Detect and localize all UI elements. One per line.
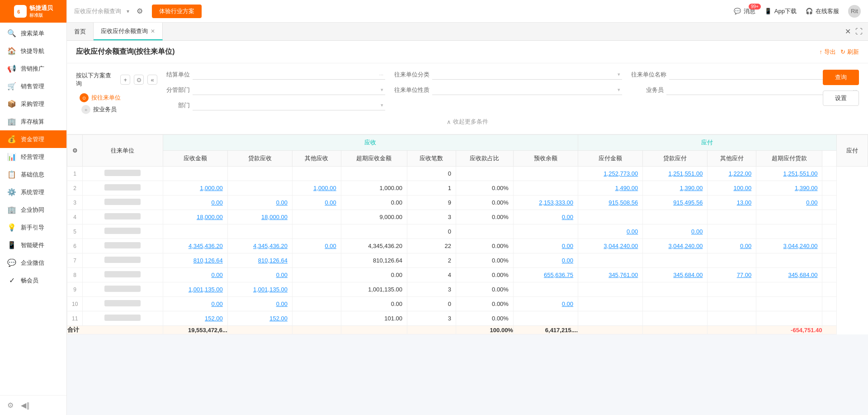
sidebar-item-sales[interactable]: 🛒 销售管理	[0, 77, 66, 95]
row-ar-advance	[513, 167, 578, 181]
tab-home[interactable]: 首页	[67, 23, 94, 40]
settings-button[interactable]: 设置	[823, 91, 859, 106]
app-logo: 6 畅捷通贝 标准版	[0, 0, 66, 23]
row-partner	[83, 297, 163, 311]
sidebar-label-system: 系统管理	[21, 188, 44, 196]
sidebar: 6 畅捷通贝 标准版 🔍 搜索菜单 🏠 快捷导航 📢 营销推广 🛒 销售管理 📦…	[0, 0, 67, 415]
row-num: 11	[67, 311, 83, 326]
tab-close-icon[interactable]: ✕	[151, 28, 155, 34]
sidebar-settings-icon[interactable]: ⚙	[7, 401, 14, 410]
row-ar-count: 0	[407, 224, 456, 239]
footer-ar-overdue	[341, 326, 407, 334]
query-button[interactable]: 查询	[823, 70, 859, 85]
col-ar-amount: 应收金额	[163, 151, 227, 167]
row-ar-amount: 18,000.00	[163, 210, 227, 224]
managed-dept-input[interactable]	[194, 86, 379, 93]
collapse-more-label: 收起更多条件	[453, 118, 488, 126]
sidebar-item-operations[interactable]: 📊 经营管理	[0, 148, 66, 166]
col-ar-count: 应收笔数	[407, 151, 456, 167]
row-ap-loan	[643, 210, 708, 224]
row-ar-amount: 152.00	[163, 311, 227, 326]
row-ar-ratio: 0.00%	[456, 297, 513, 311]
filter-input-partner-category[interactable]: ▾	[432, 70, 622, 80]
header-msg[interactable]: 💬 消息 99+	[734, 7, 755, 15]
partner-category-arrow[interactable]: ▾	[618, 72, 620, 77]
row-ap-loan	[643, 282, 708, 297]
managed-dept-arrow[interactable]: ▾	[381, 87, 383, 93]
row-ap-extra	[822, 224, 836, 239]
dept-input[interactable]	[194, 102, 379, 109]
filter-collapse-button[interactable]: «	[147, 75, 157, 85]
header-user[interactable]: Rit	[848, 5, 861, 18]
sidebar-item-enterprise[interactable]: 🏢 企业协同	[0, 201, 66, 219]
row-ar-overdue: 810,126.64	[341, 253, 407, 268]
col-ap-other: 其他应付	[708, 151, 756, 167]
sidebar-item-inventory[interactable]: 🏢 库存核算	[0, 113, 66, 130]
filter-option-partner-label: 按往来单位	[91, 94, 121, 102]
partner-nature-input[interactable]	[434, 86, 616, 93]
row-partner	[83, 210, 163, 224]
row-ap-extra	[822, 181, 836, 196]
partner-nature-arrow[interactable]: ▾	[618, 87, 620, 93]
table-area: ⚙ 往来单位 应收 应付 应付 应收金额 贷款应收 其他应收 超期应收金额 应收…	[67, 134, 868, 334]
sidebar-item-search[interactable]: 🔍 搜索菜单	[0, 24, 66, 42]
partner-category-input[interactable]	[434, 71, 616, 78]
col-settings[interactable]: ⚙	[67, 135, 83, 167]
settlement-input[interactable]	[194, 71, 377, 78]
filter-left: 按以下方案查询 + ⊙ « ⊙ 按往来单位 ○ 按业务员	[76, 70, 157, 114]
footer-ap-overdue: -654,751.40	[756, 326, 822, 334]
filter-option-partner[interactable]: ⊙ 按往来单位	[80, 93, 157, 102]
sidebar-collapse-icon[interactable]: ◀‖	[21, 401, 30, 410]
sidebar-label-wechat: 企业微信	[21, 259, 44, 267]
filter-add-button[interactable]: +	[120, 75, 130, 85]
sidebar-item-quick-nav[interactable]: 🏠 快捷导航	[0, 42, 66, 60]
filter-input-settlement[interactable]: ···	[193, 70, 385, 80]
filter-option-salesperson[interactable]: ○ 按业务员	[81, 105, 157, 114]
row-ar-advance: 0.00	[513, 253, 578, 268]
header-settings-icon[interactable]: ⚙	[137, 7, 143, 15]
header-online-service[interactable]: 🎧 在线客服	[806, 7, 839, 15]
filter-input-partner-nature[interactable]: ▾	[432, 85, 622, 95]
export-button[interactable]: ↑ 导出	[820, 48, 836, 56]
sidebar-item-wechat[interactable]: 💬 企业微信	[0, 254, 66, 272]
filter-label-partner-name: 往来单位名称	[631, 71, 666, 79]
footer-ap-amount	[578, 326, 643, 334]
row-ap-other	[708, 311, 756, 326]
filter-option-salesperson-label: 按业务员	[93, 105, 117, 114]
sidebar-item-system[interactable]: ⚙️ 系统管理	[0, 183, 66, 201]
tab-ar-ap[interactable]: 应收应付余额查询 ✕	[94, 23, 163, 40]
row-ar-overdue: 1,001,135.00	[341, 282, 407, 297]
refresh-button[interactable]: ↻ 刷新	[840, 48, 859, 56]
sidebar-item-marketing[interactable]: 📢 营销推广	[0, 60, 66, 77]
sidebar-item-basic-info[interactable]: 📋 基础信息	[0, 166, 66, 183]
row-partner	[83, 253, 163, 268]
tab-close-window-icon[interactable]: ✕	[845, 27, 851, 36]
row-ar-amount	[163, 167, 227, 181]
header-app-download[interactable]: 📱 App下载	[764, 7, 797, 15]
filter-input-dept[interactable]: ▾	[193, 100, 385, 110]
sidebar-item-finance[interactable]: 💰 资金管理	[0, 130, 66, 148]
filter-collapse-more[interactable]: ∧ 收起更多条件	[76, 114, 859, 129]
filter-input-managed-dept[interactable]: ▾	[193, 85, 385, 95]
sidebar-item-guide[interactable]: 💡 新手引导	[0, 219, 66, 236]
row-ar-other	[292, 297, 341, 311]
row-ar-ratio: 0.00%	[456, 181, 513, 196]
promo-button[interactable]: 体验行业方案	[152, 5, 202, 18]
table-row: 1 0 1,252,773.00 1,251,551.00 1,222.00 1…	[67, 167, 868, 181]
row-num: 2	[67, 181, 83, 196]
row-partner	[83, 268, 163, 282]
sidebar-label-basic-info: 基础信息	[21, 171, 44, 179]
row-ar-count: 2	[407, 253, 456, 268]
filter-scheme-button[interactable]: ⊙	[134, 75, 144, 85]
page-title: 应收应付余额查询(按往来单位)	[76, 47, 175, 57]
home-icon: 🏠	[7, 47, 16, 55]
sidebar-item-member[interactable]: ✓ 畅会员	[0, 272, 66, 289]
dept-arrow[interactable]: ▾	[381, 102, 383, 108]
header-dropdown-icon[interactable]: ▾	[127, 8, 129, 14]
sidebar-item-hardware[interactable]: 📱 智能硬件	[0, 236, 66, 254]
tab-maximize-icon[interactable]: ⛶	[855, 28, 863, 36]
settlement-dots[interactable]: ···	[379, 72, 383, 77]
row-ap-other: 13.00	[708, 196, 756, 210]
footer-ap-loan	[643, 326, 708, 334]
sidebar-item-purchase[interactable]: 📦 采购管理	[0, 95, 66, 113]
